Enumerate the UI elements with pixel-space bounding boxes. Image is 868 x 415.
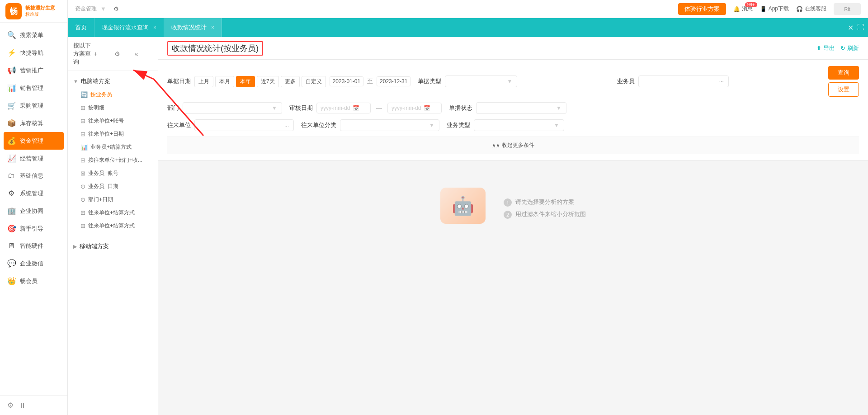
collapse-bar[interactable]: ∧∧ 收起更多条件 bbox=[167, 137, 859, 154]
tree-item-by-detail[interactable]: ⊞ 按明细 bbox=[68, 101, 158, 114]
sidebar-label-search: 搜索菜单 bbox=[20, 31, 43, 39]
dept-date-icon: ⊙ bbox=[80, 196, 85, 203]
doc-status-filter: 单据状态 ▼ bbox=[449, 102, 566, 114]
partner-category-select[interactable]: ▼ bbox=[340, 119, 439, 131]
system-icon: ⚙ bbox=[7, 189, 15, 198]
tree-item-salesman-date[interactable]: ⊙ 业务员+日期 bbox=[68, 180, 158, 193]
tree-label-unit-date: 往来单位+日期 bbox=[88, 130, 124, 138]
tree-item-salesman-account[interactable]: ⊠ 业务员+账号 bbox=[68, 167, 158, 180]
tree-item-salesman-settle[interactable]: 📊 业务员+结算方式 bbox=[68, 141, 158, 154]
tab-home[interactable]: 首页 bbox=[68, 18, 94, 37]
finance-icon: 💰 bbox=[7, 137, 15, 145]
desktop-section-title[interactable]: ▼ 电脑端方案 bbox=[68, 75, 158, 88]
settings-bottom-icon[interactable]: ⚙ bbox=[7, 401, 14, 410]
date-tab-上月[interactable]: 上月 bbox=[194, 76, 213, 87]
page-actions: ⬆ 导出 ↻ 刷新 bbox=[816, 44, 859, 52]
tree-items-container: 🔄 按业务员 ⊞ 按明细 ⊟ 往来单位+账号 ⊟ 往来单位+日期 📊 业务员+结… bbox=[68, 88, 158, 232]
tree-label-by-salesman: 按业务员 bbox=[90, 91, 112, 99]
sidebar-item-marketing[interactable]: 📢 营销推广 bbox=[0, 61, 67, 79]
sidebar-item-inventory[interactable]: 📦 库存核算 bbox=[0, 114, 67, 132]
partner-filter: 往来单位 ... bbox=[167, 119, 294, 131]
sidebar-item-operation[interactable]: 📈 经营管理 bbox=[0, 150, 67, 167]
date-tab-本年[interactable]: 本年 bbox=[236, 76, 255, 87]
logo-area: 畅 畅捷通好生意 标准版 bbox=[0, 0, 67, 23]
trial-button[interactable]: 体验行业方案 bbox=[678, 3, 726, 15]
sidebar-label-hardware: 智能硬件 bbox=[20, 242, 43, 250]
tab-close-receipt[interactable]: × bbox=[211, 24, 214, 31]
tree-label-unit-settle1: 往来单位+结算方式 bbox=[88, 209, 135, 217]
review-date-start[interactable]: yyyy-mm-dd 📅 bbox=[316, 103, 371, 113]
salesman-select[interactable]: ··· bbox=[638, 75, 729, 87]
sidebar-label-operation: 经营管理 bbox=[20, 155, 43, 163]
export-button[interactable]: ⬆ 导出 bbox=[816, 44, 835, 52]
sidebar-item-finance[interactable]: 💰 资金管理 bbox=[4, 132, 64, 150]
date-tab-自定义[interactable]: 自定义 bbox=[302, 76, 326, 87]
sidebar-item-basic[interactable]: 🗂 基础信息 bbox=[0, 167, 67, 184]
maximize-icon[interactable]: ⛶ bbox=[857, 24, 864, 32]
marketing-icon: 📢 bbox=[7, 66, 15, 75]
top-header: 资金管理 ▼ ⚙ 体验行业方案 🔔 消息 99+ 📱 App下载 🎧 在线客服 … bbox=[68, 0, 868, 18]
sidebar-item-wechat[interactable]: 💬 企业微信 bbox=[0, 255, 67, 272]
sidebar-item-system[interactable]: ⚙ 系统管理 bbox=[0, 184, 67, 202]
dept-select[interactable]: ▼ bbox=[183, 102, 282, 114]
tree-item-unit-dept-receipt[interactable]: ⊞ 按往来单位+部门+收... bbox=[68, 154, 158, 167]
tab-bank[interactable]: 现金银行流水查询× bbox=[94, 18, 164, 37]
review-date-end[interactable]: yyyy-mm-dd 📅 bbox=[387, 103, 442, 113]
enterprise-icon: 🏢 bbox=[7, 207, 15, 215]
partner-more-icon[interactable]: ... bbox=[284, 122, 289, 128]
page-settings-icon[interactable]: ⚙ bbox=[113, 5, 119, 12]
date-tab-更多[interactable]: 更多 bbox=[281, 76, 300, 87]
sales-icon: 📊 bbox=[7, 84, 15, 92]
biz-type-chevron: ▼ bbox=[554, 122, 559, 128]
collapse-panel-icon[interactable]: « bbox=[135, 50, 152, 57]
bell-icon: 🔔 bbox=[733, 6, 740, 12]
tree-item-unit-settle1[interactable]: ⊞ 往来单位+结算方式 bbox=[68, 206, 158, 219]
tree-item-unit-account[interactable]: ⊟ 往来单位+账号 bbox=[68, 114, 158, 127]
sidebar-item-enterprise[interactable]: 🏢 企业协同 bbox=[0, 202, 67, 220]
download-icon: 📱 bbox=[760, 6, 767, 12]
query-button[interactable]: 查询 bbox=[828, 66, 859, 80]
user-avatar[interactable]: Rit bbox=[834, 3, 861, 15]
sidebar-item-quicknav[interactable]: ⚡ 快捷导航 bbox=[0, 44, 67, 61]
doc-type-select[interactable]: ▼ bbox=[445, 75, 517, 87]
biz-type-select[interactable]: ▼ bbox=[474, 119, 564, 131]
app-download-label: App下载 bbox=[769, 5, 789, 13]
sidebar-item-hardware[interactable]: 🖥 智能硬件 bbox=[0, 237, 67, 255]
add-scheme-icon[interactable]: + bbox=[94, 50, 111, 57]
pause-bottom-icon[interactable]: ⏸ bbox=[19, 401, 26, 410]
message-area[interactable]: 🔔 消息 99+ bbox=[733, 5, 753, 13]
tip-2: 2 用过滤条件来缩小分析范围 bbox=[504, 210, 586, 219]
date-start-input[interactable]: 2023-01-01 bbox=[330, 76, 363, 86]
sidebar-item-search[interactable]: 🔍 搜索菜单 bbox=[0, 26, 67, 44]
online-service-label: 在线客服 bbox=[805, 5, 826, 13]
scheme-settings-icon[interactable]: ⚙ bbox=[114, 50, 132, 57]
doc-status-select[interactable]: ▼ bbox=[476, 102, 566, 114]
mobile-section-title[interactable]: ▶ 移动端方案 bbox=[68, 240, 158, 253]
salesman-more-icon[interactable]: ··· bbox=[719, 78, 724, 85]
online-service-area[interactable]: 🎧 在线客服 bbox=[796, 5, 826, 13]
header-right-actions: 体验行业方案 🔔 消息 99+ 📱 App下载 🎧 在线客服 Rit bbox=[678, 3, 861, 15]
sidebar-item-purchase[interactable]: 🛒 采购管理 bbox=[0, 97, 67, 114]
sidebar-item-member[interactable]: 👑 畅会员 bbox=[0, 272, 67, 290]
sidebar-item-sales[interactable]: 📊 销售管理 bbox=[0, 79, 67, 97]
date-end-input[interactable]: 2023-12-31 bbox=[377, 76, 410, 86]
close-all-tabs-icon[interactable]: ✕ bbox=[848, 24, 854, 32]
calendar-start-icon: 📅 bbox=[353, 105, 359, 111]
sidebar-item-guide[interactable]: 🎯 新手引导 bbox=[0, 220, 67, 237]
tree-item-dept-date[interactable]: ⊙ 部门+日期 bbox=[68, 193, 158, 206]
operation-icon: 📈 bbox=[7, 154, 15, 163]
tree-item-unit-settle2[interactable]: ⊟ 往来单位+结算方式 bbox=[68, 219, 158, 232]
dept-label: 部门 bbox=[167, 104, 179, 112]
tab-close-bank[interactable]: × bbox=[153, 24, 156, 31]
tab-receipt[interactable]: 收款情况统计× bbox=[164, 18, 222, 37]
tree-label-dept-date: 部门+日期 bbox=[88, 196, 113, 203]
refresh-button[interactable]: ↻ 刷新 bbox=[840, 44, 859, 52]
partner-select[interactable]: ... bbox=[194, 119, 294, 131]
tree-item-unit-date[interactable]: ⊟ 往来单位+日期 bbox=[68, 127, 158, 141]
date-label: 单据日期 bbox=[167, 77, 191, 85]
date-tab-近7天[interactable]: 近7天 bbox=[257, 76, 279, 87]
date-tab-本月[interactable]: 本月 bbox=[215, 76, 234, 87]
settings-button[interactable]: 设置 bbox=[828, 82, 859, 97]
tree-item-by-salesman[interactable]: 🔄 按业务员 bbox=[68, 88, 158, 101]
app-download-area[interactable]: 📱 App下载 bbox=[760, 5, 789, 13]
